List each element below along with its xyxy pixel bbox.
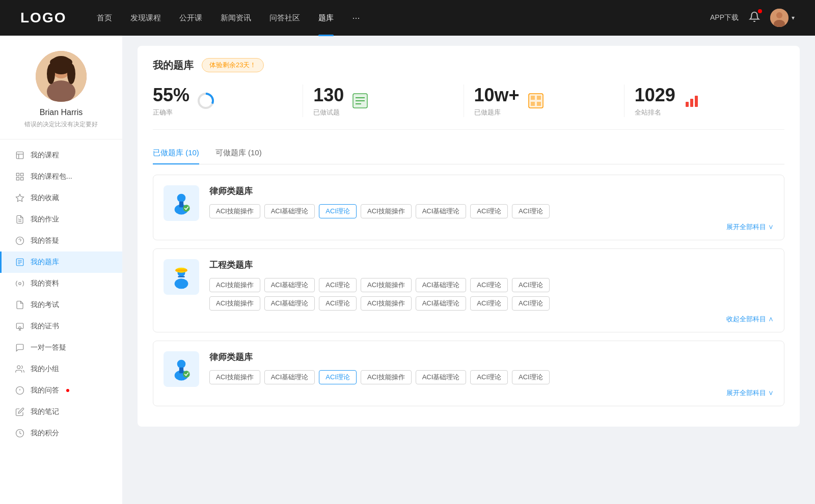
- sidebar-menu: 我的课程 我的课程包... 我的收藏: [0, 139, 122, 449]
- svg-rect-10: [16, 152, 23, 159]
- stat-done-questions: 130 已做试题: [303, 85, 464, 117]
- nav-news[interactable]: 新闻资讯: [221, 13, 251, 23]
- tag-lawyer1-6[interactable]: ACI理论: [512, 204, 550, 218]
- tag-lawyer2-6[interactable]: ACI理论: [512, 370, 550, 384]
- lawyer-icon-1: [164, 185, 199, 221]
- sidebar-label-my-test: 我的考试: [31, 300, 59, 310]
- tag-lawyer1-5[interactable]: ACI理论: [470, 204, 508, 218]
- tag-lawyer1-0[interactable]: ACI技能操作: [209, 204, 260, 218]
- tag-eng2-2[interactable]: ACI理论: [319, 296, 357, 311]
- category-lawyer-1: 律师类题库 ACI技能操作 ACI基础理论 ACI理论 ACI技能操作 ACI基…: [153, 175, 784, 240]
- svg-point-53: [177, 194, 186, 203]
- svg-point-31: [17, 366, 20, 369]
- tag-eng1-0[interactable]: ACI技能操作: [209, 278, 260, 292]
- sidebar-item-my-notes[interactable]: 我的笔记: [0, 401, 122, 423]
- avatar: [770, 9, 789, 27]
- nav-more[interactable]: ···: [352, 13, 360, 23]
- tag-eng2-1[interactable]: ACI基础理论: [264, 296, 315, 311]
- stat-done-banks-number: 10w+: [474, 85, 520, 106]
- tag-lawyer2-1[interactable]: ACI基础理论: [264, 370, 315, 384]
- svg-point-9: [50, 57, 72, 67]
- sidebar-item-my-points[interactable]: 我的积分: [0, 423, 122, 444]
- tag-eng1-2[interactable]: ACI理论: [319, 278, 357, 292]
- tags-row-engineer-1a: ACI技能操作 ACI基础理论 ACI理论 ACI技能操作 ACI基础理论 AC…: [209, 278, 774, 292]
- sidebar-label-my-course: 我的课程: [31, 151, 59, 160]
- expand-lawyer-2[interactable]: 展开全部科目 ∨: [209, 388, 774, 398]
- tag-lawyer1-1[interactable]: ACI基础理论: [264, 204, 315, 218]
- chevron-down-icon: ▾: [792, 14, 795, 21]
- sidebar-item-my-favorites[interactable]: 我的收藏: [0, 187, 122, 209]
- sidebar-item-my-group[interactable]: 我的小组: [0, 358, 122, 380]
- collapse-engineer-1[interactable]: 收起全部科目 ∧: [209, 315, 774, 324]
- sidebar-item-my-data[interactable]: 我的资料: [0, 273, 122, 294]
- svg-rect-15: [16, 178, 19, 180]
- svg-rect-60: [175, 269, 187, 271]
- tag-eng1-6[interactable]: ACI理论: [512, 278, 550, 292]
- nav-open-course[interactable]: 公开课: [179, 13, 202, 23]
- category-body-engineer-1: 工程类题库 ACI技能操作 ACI基础理论 ACI理论 ACI技能操作 ACI基…: [209, 259, 774, 324]
- tab-done-banks[interactable]: 已做题库 (10): [153, 144, 199, 164]
- svg-point-62: [177, 360, 186, 369]
- tag-lawyer1-4[interactable]: ACI基础理论: [416, 204, 467, 218]
- tag-lawyer2-3[interactable]: ACI技能操作: [361, 370, 412, 384]
- tag-eng2-6[interactable]: ACI理论: [512, 296, 550, 311]
- stat-ranking-number: 1029: [635, 85, 675, 106]
- nav-qa[interactable]: 问答社区: [269, 13, 300, 23]
- tag-eng2-3[interactable]: ACI技能操作: [361, 296, 412, 311]
- stat-done-questions-number: 130: [313, 85, 344, 106]
- sidebar-label-my-questions: 我的答疑: [31, 236, 59, 245]
- stat-done-questions-content: 130 已做试题: [313, 85, 344, 117]
- app-download-button[interactable]: APP下载: [710, 13, 739, 22]
- category-name-engineer-1: 工程类题库: [209, 259, 774, 271]
- sidebar-item-my-test[interactable]: 我的考试: [0, 294, 122, 316]
- svg-rect-61: [178, 276, 184, 277]
- sidebar-label-my-exams: 我的题库: [31, 258, 59, 267]
- sidebar-label-my-favorites: 我的收藏: [31, 193, 59, 203]
- nav-exam[interactable]: 题库: [318, 13, 334, 23]
- svg-point-58: [175, 278, 188, 289]
- svg-rect-48: [531, 102, 535, 106]
- svg-point-8: [67, 64, 75, 84]
- svg-rect-27: [16, 323, 23, 329]
- notification-button[interactable]: [749, 11, 760, 24]
- sidebar-item-my-questions[interactable]: 我的答疑: [0, 230, 122, 251]
- pie-chart-icon: [197, 92, 215, 110]
- stat-done-questions-label: 已做试题: [313, 108, 344, 117]
- sidebar-item-my-package[interactable]: 我的课程包...: [0, 166, 122, 187]
- tag-lawyer2-4[interactable]: ACI基础理论: [416, 370, 467, 384]
- sidebar-item-my-exams[interactable]: 我的题库: [0, 251, 122, 273]
- stat-done-banks-content: 10w+ 已做题库: [474, 85, 520, 117]
- sidebar-label-my-qa: 我的问答: [31, 386, 59, 395]
- sidebar-item-my-cert[interactable]: 我的证书: [0, 316, 122, 337]
- tag-eng1-5[interactable]: ACI理论: [470, 278, 508, 292]
- profile-avatar: [36, 51, 87, 102]
- sidebar-item-my-homework[interactable]: 我的作业: [0, 209, 122, 230]
- tag-eng2-5[interactable]: ACI理论: [470, 296, 508, 311]
- svg-rect-64: [179, 368, 183, 374]
- tag-eng1-1[interactable]: ACI基础理论: [264, 278, 315, 292]
- tag-eng2-0[interactable]: ACI技能操作: [209, 296, 260, 311]
- nav-home[interactable]: 首页: [97, 13, 112, 23]
- svg-rect-16: [21, 178, 23, 180]
- tag-lawyer1-2[interactable]: ACI理论: [319, 204, 357, 218]
- sidebar-item-my-qa[interactable]: 我的问答: [0, 380, 122, 401]
- tab-available-banks[interactable]: 可做题库 (10): [215, 144, 262, 164]
- main-nav: 首页 发现课程 公开课 新闻资讯 问答社区 题库 ···: [97, 13, 710, 23]
- nav-discover[interactable]: 发现课程: [130, 13, 161, 23]
- stats-row: 55% 正确率 130 已做试题: [153, 85, 784, 130]
- tag-lawyer2-2[interactable]: ACI理论: [319, 370, 357, 384]
- svg-marker-17: [16, 194, 24, 202]
- notification-badge: [758, 9, 762, 13]
- grid-icon: [527, 92, 545, 110]
- user-avatar-button[interactable]: ▾: [770, 9, 795, 27]
- expand-lawyer-1[interactable]: 展开全部科目 ∨: [209, 222, 774, 232]
- tag-eng2-4[interactable]: ACI基础理论: [416, 296, 467, 311]
- tag-eng1-3[interactable]: ACI技能操作: [361, 278, 412, 292]
- sidebar-item-one-on-one[interactable]: 一对一答疑: [0, 337, 122, 358]
- tag-eng1-4[interactable]: ACI基础理论: [416, 278, 467, 292]
- tag-lawyer2-5[interactable]: ACI理论: [470, 370, 508, 384]
- tag-lawyer1-3[interactable]: ACI技能操作: [361, 204, 412, 218]
- tags-row-lawyer-1: ACI技能操作 ACI基础理论 ACI理论 ACI技能操作 ACI基础理论 AC…: [209, 204, 774, 218]
- sidebar-item-my-course[interactable]: 我的课程: [0, 145, 122, 166]
- tag-lawyer2-0[interactable]: ACI技能操作: [209, 370, 260, 384]
